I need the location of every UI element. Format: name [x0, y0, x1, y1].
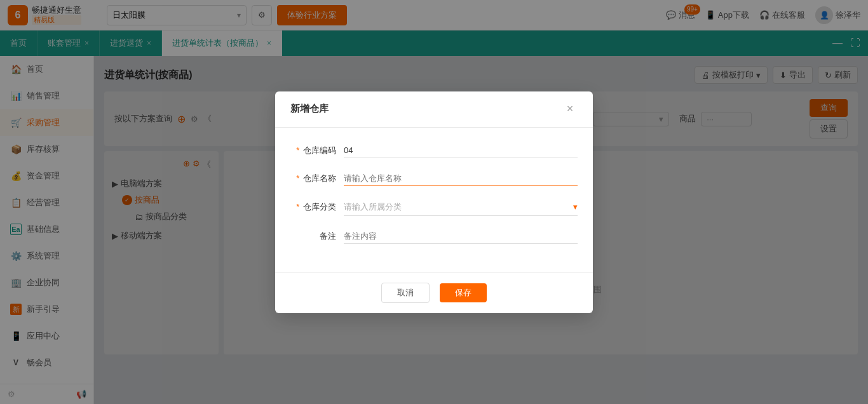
note-input[interactable] [344, 229, 578, 244]
category-dropdown-icon: ▾ [573, 202, 578, 212]
category-label: * 仓库分类 [290, 201, 336, 213]
category-required-mark: * [296, 202, 299, 212]
modal-close-button[interactable]: × [562, 102, 578, 117]
name-input[interactable] [344, 171, 578, 186]
note-label: 备注 [290, 231, 336, 242]
save-button[interactable]: 保存 [440, 283, 487, 302]
note-field-row: 备注 [290, 229, 578, 244]
cancel-button[interactable]: 取消 [381, 283, 430, 303]
code-required-mark: * [296, 145, 299, 155]
name-required-mark: * [296, 173, 299, 183]
category-placeholder: 请输入所属分类 [344, 201, 402, 213]
code-label: * 仓库编码 [290, 145, 336, 156]
new-warehouse-modal: 新增仓库 × * 仓库编码 * 仓库名称 [275, 91, 593, 313]
name-label: * 仓库名称 [290, 173, 336, 184]
modal-header: 新增仓库 × [275, 91, 593, 128]
name-field-row: * 仓库名称 [290, 171, 578, 186]
category-select[interactable]: 请输入所属分类 ▾ [344, 199, 578, 216]
category-field-row: * 仓库分类 请输入所属分类 ▾ [290, 199, 578, 216]
modal-footer: 取消 保存 [275, 272, 593, 313]
modal-overlay: 新增仓库 × * 仓库编码 * 仓库名称 [0, 0, 868, 404]
code-input[interactable] [344, 143, 578, 158]
code-field-row: * 仓库编码 [290, 143, 578, 158]
modal-title: 新增仓库 [290, 103, 329, 115]
modal-body: * 仓库编码 * 仓库名称 * 仓库分类 请输入所属 [275, 128, 593, 272]
